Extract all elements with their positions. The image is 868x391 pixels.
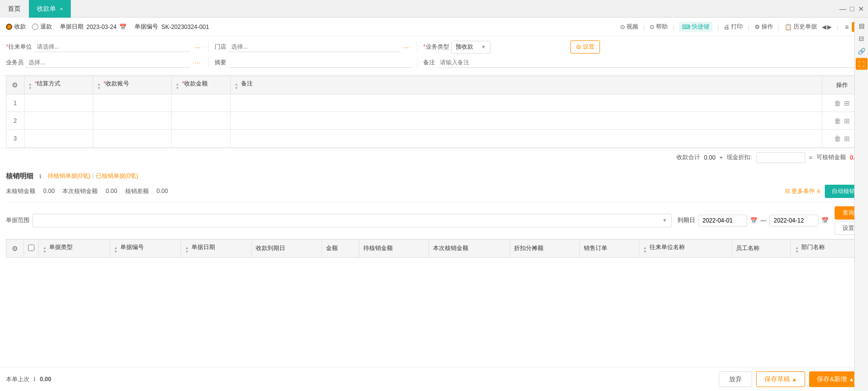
discount-input[interactable] (756, 152, 805, 163)
date-from-calendar-icon[interactable]: 📅 (750, 217, 758, 224)
row-2-settlement[interactable] (24, 112, 93, 130)
filter-row: 单据范围 ▼ 到期日 📅 — 📅 查询 设置 (6, 202, 862, 239)
row-1-amount[interactable] (171, 94, 230, 112)
sidebar-expand-icon[interactable]: ⛶ (856, 58, 868, 70)
bottom-table-header: ⚙ ▲▼ 单据类型 ▲▼ 单据编号 ▲▼ 单据日期 (6, 239, 862, 257)
settings-button[interactable]: ⚙ 设置 (570, 40, 600, 54)
store-more-icon[interactable]: ··· (401, 43, 411, 51)
footer: 本单上次 ℹ 0.00 放弃 保存草稿 ▲ 保存&新增 ▲ (0, 367, 868, 391)
form-row-2: 业务员 ··· 摘要 备注 (6, 56, 862, 68)
bottom-table-settings-icon[interactable]: ⚙ (12, 245, 18, 252)
sidebar-list-icon[interactable]: ⊟ (856, 32, 868, 44)
row-3-copy-icon[interactable]: ⊞ (844, 135, 850, 142)
bottom-select-all[interactable] (28, 245, 34, 251)
discount-label: 现金折扣: (727, 153, 752, 162)
form-row-1: *往来单位 ··· 门店 ··· *业务类型 预收款 ▼ ⚙ 设置 (6, 40, 862, 54)
date-to-calendar-icon[interactable]: 📅 (821, 217, 829, 224)
sidebar-table-icon[interactable]: ▤ (856, 20, 868, 31)
total-value: 0.00 (704, 154, 715, 161)
verify-title-text: 核销明细 (6, 172, 33, 181)
video-btn[interactable]: ⊙ 视频 (620, 23, 638, 31)
date-range-filter: 到期日 📅 — 📅 (678, 215, 829, 226)
row-1-delete-icon[interactable]: 🗑 (834, 99, 841, 107)
tab-home[interactable]: 首页 (0, 0, 29, 18)
minimize-icon[interactable]: — (840, 5, 846, 13)
summary-row: 收款合计 0.00 + 现金折扣: = 可核销金额 0.00 (0, 148, 868, 167)
bottom-col-settings: ⚙ (6, 239, 24, 257)
operate-btn[interactable]: ⚙ 操作 (755, 23, 773, 31)
save-draft-button[interactable]: 保存草稿 ▲ (756, 371, 806, 387)
business-type-select[interactable]: 预收款 ▼ (451, 41, 490, 54)
radio-shoukuan[interactable]: 收款 (6, 23, 26, 31)
row-num-2: 2 (6, 112, 24, 130)
salesperson-more-icon[interactable]: ··· (192, 58, 202, 66)
number-value: SK-20230324-001 (161, 24, 209, 30)
date-to-input[interactable] (769, 215, 818, 226)
right-sidebar: ▤ ⊟ 🔗 ⛶ (854, 18, 868, 391)
business-type-field: *业务类型 预收款 ▼ (423, 41, 570, 54)
date-from-input[interactable] (698, 215, 747, 226)
maximize-icon[interactable]: □ (850, 5, 854, 13)
help-icon: ⊙ (650, 24, 654, 30)
range-field: 单据范围 ▼ (6, 214, 672, 227)
row-3-amount[interactable] (171, 130, 230, 147)
remark-input[interactable] (437, 57, 862, 68)
tab-done[interactable]: 已核销单据(0笔) (96, 172, 138, 180)
store-input[interactable] (228, 42, 399, 52)
row-2-remark[interactable] (230, 112, 822, 130)
close-icon[interactable]: ✕ (858, 5, 864, 13)
bottom-col-due-date: 收款到期日 (252, 239, 322, 257)
row-2-delete-icon[interactable]: 🗑 (834, 117, 841, 125)
tab-shoukudan[interactable]: 收款单 × (29, 0, 71, 18)
range-select[interactable]: ▼ (32, 214, 672, 227)
nav-arrows: ◀ ▶ (822, 24, 832, 30)
sidebar-link-icon[interactable]: 🔗 (856, 45, 868, 57)
row-3-remark[interactable] (230, 130, 822, 147)
verify-stats-right: ⊟ 更多条件 ∧ 自动核销 (785, 185, 862, 198)
date-calendar-icon[interactable]: 📅 (119, 24, 127, 30)
main-content: 收款 退款 单据日期 2023-03-24 📅 单据编号 SK-20230324… (0, 18, 868, 391)
date-value: 2023-03-24 (86, 24, 116, 30)
row-1-copy-icon[interactable]: ⊞ (844, 99, 850, 107)
table-settings-icon[interactable]: ⚙ (12, 81, 18, 89)
footer-info-icon[interactable]: ℹ (33, 376, 36, 383)
tab-bar: 首页 收款单 × — □ ✕ (0, 0, 868, 18)
help-btn[interactable]: ⊙ 帮助 (650, 23, 668, 31)
row-1-account[interactable] (93, 94, 171, 112)
shortcut-btn[interactable]: ⌨ 快捷键 (679, 22, 712, 32)
history-btn[interactable]: 📋 历史单据 (785, 23, 817, 31)
verify-info-icon[interactable]: ℹ (39, 173, 42, 180)
print-btn[interactable]: 🖨 打印 (724, 23, 743, 31)
verify-title: 核销明细 ℹ 待核销单据(0笔) | 已核销单据(0笔) (6, 172, 862, 181)
main-table-section: ⚙ ▲▼ *结算方式 ▲▼ *收款账号 ▲▼ *收款金额 (0, 76, 868, 148)
row-2-amount[interactable] (171, 112, 230, 130)
row-3-account[interactable] (93, 130, 171, 147)
more-conditions-btn[interactable]: ⊟ 更多条件 ∧ (785, 185, 821, 198)
row-1-remark[interactable] (230, 94, 822, 112)
table-row: 3 🗑 ⊞ (6, 130, 862, 147)
bottom-col-current: 本次核销金额 (429, 239, 510, 257)
tab-pending[interactable]: 待核销单据(0笔) (48, 172, 90, 180)
counterparty-more-icon[interactable]: ··· (192, 43, 202, 51)
row-2-copy-icon[interactable]: ⊞ (844, 117, 850, 125)
discard-button[interactable]: 放弃 (719, 371, 752, 387)
table-row: 1 🗑 ⊞ (6, 94, 862, 112)
row-2-account[interactable] (93, 112, 171, 130)
bottom-col-sales-order: 销售订单 (580, 239, 639, 257)
row-3-settlement[interactable] (24, 130, 93, 147)
counterparty-input[interactable] (34, 42, 191, 52)
row-3-delete-icon[interactable]: 🗑 (834, 135, 841, 142)
nav-prev-icon[interactable]: ◀ (822, 24, 826, 30)
layout-list-icon[interactable]: ≡ (843, 22, 851, 32)
bottom-col-discount: 折扣分摊额 (510, 239, 579, 257)
salesperson-input[interactable] (26, 57, 190, 68)
col-settings: ⚙ (6, 76, 24, 94)
salesperson-field: 业务员 ··· (6, 57, 202, 68)
summary-input[interactable] (228, 57, 411, 68)
tab-close-icon[interactable]: × (60, 6, 63, 12)
bottom-col-counterparty: ▲▼ 往来单位名称 (639, 239, 732, 257)
row-1-settlement[interactable] (24, 94, 93, 112)
table-row: 2 🗑 ⊞ (6, 112, 862, 130)
nav-next-icon[interactable]: ▶ (827, 24, 832, 30)
radio-tuikuan[interactable]: 退款 (32, 23, 52, 31)
